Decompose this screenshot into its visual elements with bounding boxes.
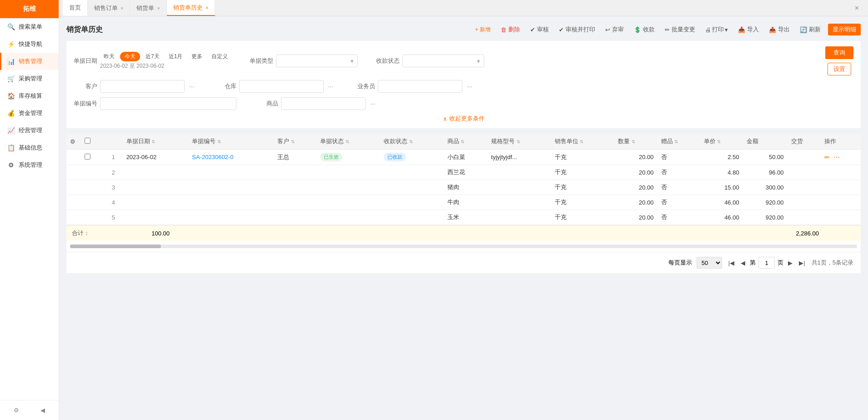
row-checkbox[interactable] — [85, 154, 90, 160]
show-detail-button[interactable]: 显示明细 — [828, 24, 861, 35]
th-gear[interactable]: ⚙ — [66, 134, 81, 150]
th-product[interactable]: 商品 ⇅ — [444, 134, 487, 150]
th-gift[interactable]: 赠品 ⇅ — [657, 134, 700, 150]
row-actions — [821, 180, 861, 195]
sidebar-item-quick-nav-label: 快捷导航 — [19, 40, 42, 48]
new-button[interactable]: + 新增 — [472, 24, 493, 35]
select-all-checkbox[interactable] — [85, 138, 90, 144]
sidebar-item-search-menu[interactable]: 🔍 搜索菜单 — [0, 18, 59, 35]
th-doc-no[interactable]: 单据编号 ⇅ — [188, 134, 274, 150]
first-page-button[interactable]: |◀ — [727, 259, 736, 267]
date-btn-today[interactable]: 今天 — [120, 52, 140, 61]
page-number-input[interactable] — [758, 257, 775, 269]
sidebar-item-inventory[interactable]: 🏠 库存核算 — [0, 87, 59, 105]
payment-status-badge: 已收款 — [384, 153, 406, 161]
collapse-arrow-icon: ∧ — [443, 115, 447, 122]
page-size-select[interactable]: 50 20 100 — [697, 257, 722, 269]
audit-button[interactable]: ✔ 审核 — [527, 24, 552, 35]
customer-input[interactable] — [100, 80, 185, 93]
print-button[interactable]: 🖨 打印 ▾ — [702, 24, 731, 35]
row-actions — [821, 165, 861, 180]
doc-no-link[interactable]: SA-20230602-0 — [192, 154, 233, 160]
sort-unit-icon: ⇅ — [580, 139, 583, 144]
tab-home[interactable]: 首页 — [63, 0, 88, 16]
date-btn-yesterday[interactable]: 昨天 — [100, 52, 118, 61]
date-btn-more[interactable]: 更多 — [188, 52, 206, 61]
product-input[interactable] — [281, 97, 366, 110]
page-label-suffix: 页 — [778, 259, 783, 267]
row-transaction — [788, 195, 821, 210]
horizontal-scrollbar-track[interactable] — [70, 245, 857, 248]
salesperson-dots-icon[interactable]: ··· — [467, 83, 472, 90]
row-unit-price: 46.00 — [700, 210, 743, 225]
th-transaction: 交货 — [788, 134, 821, 150]
row-gear — [66, 210, 81, 225]
doc-no-input[interactable] — [100, 97, 236, 110]
horizontal-scrollbar-thumb[interactable] — [70, 245, 161, 248]
delete-button[interactable]: 🗑 删除 — [498, 24, 523, 35]
bottom-settings-icon[interactable]: ⚙ — [14, 407, 19, 414]
refresh-button[interactable]: 🔄 刷新 — [797, 24, 823, 35]
tab-sales-delivery-label: 销货单 — [136, 4, 154, 12]
doc-type-select[interactable]: ▾ — [276, 55, 358, 67]
delete-icon: 🗑 — [501, 26, 507, 33]
customer-dots-icon[interactable]: ··· — [189, 83, 195, 90]
sidebar-item-sales[interactable]: 📊 销售管理 — [0, 53, 59, 70]
date-btn-1month[interactable]: 近1月 — [165, 52, 186, 61]
tab-sales-delivery[interactable]: 销货单 × — [130, 0, 166, 16]
set-button[interactable]: 设置 — [828, 63, 851, 75]
date-btn-7days[interactable]: 近7天 — [142, 52, 163, 61]
filter-collapse-toggle[interactable]: ∧ 收起更多条件 — [74, 115, 853, 123]
sidebar-item-operations[interactable]: 📈 经营管理 — [0, 122, 59, 139]
row-doc-status — [316, 210, 380, 225]
batch-change-button[interactable]: ✏ 批量变更 — [662, 24, 698, 35]
export-button[interactable]: 📤 导出 — [766, 24, 793, 35]
audit-print-button[interactable]: ✔ 审核并打印 — [556, 24, 598, 35]
import-label: 导入 — [747, 25, 759, 34]
th-payment-status[interactable]: 收款状态 ⇅ — [380, 134, 444, 150]
th-unit-price[interactable]: 单价 ⇅ — [700, 134, 743, 150]
row-unit: 千克 — [551, 150, 615, 165]
salesperson-input[interactable] — [378, 80, 462, 93]
row-gift: 否 — [657, 180, 700, 195]
tab-bar-close-all[interactable]: × — [849, 4, 864, 12]
purchase-icon: 🛒 — [7, 75, 15, 83]
warehouse-dots-icon[interactable]: ··· — [328, 83, 334, 90]
receive-button[interactable]: 💲 收款 — [631, 24, 657, 35]
tab-sales-history[interactable]: 销货单历史 × — [167, 0, 215, 16]
next-page-button[interactable]: ▶ — [786, 259, 794, 267]
tab-sales-order-close[interactable]: × — [120, 5, 123, 11]
row-customer — [274, 180, 316, 195]
th-unit[interactable]: 销售单位 ⇅ — [551, 134, 615, 150]
row-amount: 920.00 — [743, 210, 788, 225]
sidebar-item-finance[interactable]: 💰 资金管理 — [0, 105, 59, 122]
last-page-button[interactable]: ▶| — [797, 259, 807, 267]
th-doc-status[interactable]: 单据状态 ⇅ — [316, 134, 380, 150]
sidebar-item-system[interactable]: ⚙ 系统管理 — [0, 156, 59, 174]
th-spec[interactable]: 规格型号 ⇅ — [487, 134, 551, 150]
tab-sales-delivery-close[interactable]: × — [157, 5, 160, 11]
th-doc-date[interactable]: 单据日期 ⇅ — [123, 134, 189, 150]
sidebar-item-quick-nav[interactable]: ⚡ 快捷导航 — [0, 35, 59, 53]
date-btn-custom[interactable]: 自定义 — [208, 52, 231, 61]
bottom-collapse-icon[interactable]: ◀ — [40, 407, 45, 414]
query-button[interactable]: 查询 — [825, 46, 853, 59]
payment-status-select[interactable]: ▾ — [402, 55, 484, 67]
th-qty[interactable]: 数量 ⇅ — [614, 134, 657, 150]
tab-sales-order[interactable]: 销售订单 × — [88, 0, 130, 16]
sidebar-item-basic-info[interactable]: 📋 基础信息 — [0, 139, 59, 156]
tab-sales-history-close[interactable]: × — [206, 5, 208, 10]
th-customer[interactable]: 客户 ⇅ — [274, 134, 316, 150]
detail-action-icon[interactable]: ⋯ — [833, 154, 840, 161]
prev-page-button[interactable]: ◀ — [739, 259, 747, 267]
import-button[interactable]: 📥 导入 — [735, 24, 762, 35]
sidebar-item-purchase[interactable]: 🛒 采购管理 — [0, 70, 59, 87]
row-gear — [66, 195, 81, 210]
tab-bar: 首页 销售订单 × 销货单 × 销货单历史 × × — [59, 0, 868, 16]
print-dropdown-icon[interactable]: ▾ — [725, 26, 728, 33]
edit-action-icon[interactable]: ✏ — [824, 154, 830, 161]
payment-status-arrow-icon: ▾ — [477, 58, 480, 65]
warehouse-input[interactable] — [239, 80, 324, 93]
abandon-button[interactable]: ↩ 弃审 — [602, 24, 627, 35]
product-dots-icon[interactable]: ··· — [370, 100, 376, 107]
